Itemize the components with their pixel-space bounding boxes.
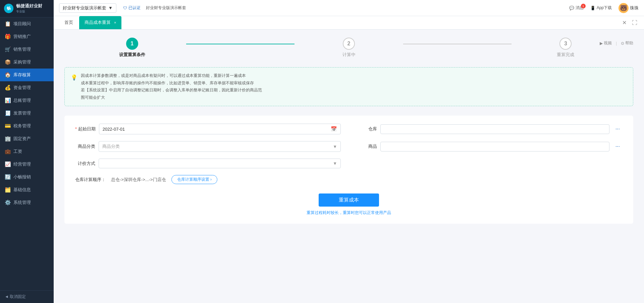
sidebar-label-general: 总账管理 bbox=[13, 97, 31, 103]
close-window-icon[interactable]: ✕ bbox=[621, 18, 628, 27]
user-name: 珠珠 bbox=[630, 5, 639, 11]
shield-icon: 🛡 bbox=[123, 6, 127, 10]
start-date-value[interactable] bbox=[103, 127, 329, 132]
tab-home-label: 首页 bbox=[64, 19, 73, 26]
info-box: 💡 因成本计算参数调整，或是对商品成本有疑问时，可以通过成本重算功能，重新计算一… bbox=[64, 67, 633, 106]
step-line-2 bbox=[403, 44, 512, 44]
sidebar-icon-inventory: 🏠 bbox=[5, 72, 11, 78]
pricing-field: 计价方式 ▼ bbox=[75, 159, 341, 168]
app-download-btn[interactable]: 📱 App下载 bbox=[590, 5, 612, 11]
phone-icon: 📱 bbox=[590, 6, 595, 10]
warehouse-order-btn-label: 仓库计算顺序设置 › bbox=[177, 177, 212, 182]
info-line2: 成本重算过程中，影响库存账的操作均不能操作，比如进货单、销货单、库存单据不能审核… bbox=[81, 80, 262, 87]
sidebar-item-sales[interactable]: 🛒销售管理 bbox=[0, 43, 54, 56]
pricing-chevron-icon: ▼ bbox=[333, 161, 337, 166]
sidebar-label-assets: 固定资产 bbox=[13, 136, 31, 142]
message-icon: 💬 bbox=[569, 6, 574, 10]
sidebar-item-assets[interactable]: 🏢固定资产 bbox=[0, 132, 54, 145]
sidebar-header: 畅 畅捷通好业财 专业版 bbox=[0, 0, 54, 17]
warehouse-order-value: 总仓->深圳仓库->...->门店仓 bbox=[111, 177, 166, 183]
sidebar-menu: 📋项目顾问🎁营销推广🛒销售管理📦采购管理🏠库存核算💰资金管理📊总账管理🧾发票管理… bbox=[0, 17, 54, 290]
step-3: 3 重算完成 bbox=[512, 38, 620, 58]
sidebar-item-finance[interactable]: 💰资金管理 bbox=[0, 81, 54, 94]
sidebar-label-marketing: 营销推广 bbox=[13, 34, 31, 40]
messages-btn[interactable]: 💬 消息 1 bbox=[569, 5, 584, 11]
step-line-1 bbox=[186, 44, 294, 44]
goods-input[interactable] bbox=[380, 142, 609, 152]
sidebar-icon-salary: 💼 bbox=[5, 148, 11, 155]
stepper: 1 设置重算条件 2 计算中 3 重算完成 ▶ 视频 | ⊙ 帮助 bbox=[64, 38, 633, 58]
sidebar-brand: 畅捷通好业财 专业版 bbox=[16, 3, 42, 14]
warehouse-ellipsis-btn[interactable]: ··· bbox=[613, 125, 623, 133]
info-line3: 若【系统设置】中启用了自动调整记账日期时，会调整入库单的整单记账日期，因此重新计… bbox=[81, 87, 262, 94]
goods-field: 商品 ··· bbox=[357, 142, 623, 152]
help-btn[interactable]: ⊙ 帮助 bbox=[621, 40, 633, 46]
step-2: 2 计算中 bbox=[294, 38, 403, 58]
sidebar-unpin[interactable]: ◄ 取消固定 bbox=[0, 290, 54, 303]
user-info[interactable]: 🐻 珠珠 bbox=[619, 3, 639, 13]
info-text: 因成本计算参数调整，或是对商品成本有疑问时，可以通过成本重算功能，重新计算一遍成… bbox=[81, 72, 262, 101]
form-section: 起始日期 📅 仓库 ··· 商品分类 bbox=[64, 116, 633, 224]
sidebar-item-purchase[interactable]: 📦采购管理 bbox=[0, 56, 54, 69]
step-2-label: 计算中 bbox=[342, 52, 356, 58]
dropdown-chevron-icon: ▼ bbox=[108, 5, 113, 10]
verified-label: 已认证 bbox=[128, 5, 141, 11]
avatar: 🐻 bbox=[619, 3, 629, 13]
sidebar-item-inventory[interactable]: 🏠库存核算 bbox=[0, 69, 54, 81]
calendar-icon[interactable]: 📅 bbox=[331, 126, 337, 132]
expand-icon[interactable]: ⛶ bbox=[631, 18, 639, 27]
step-1-circle: 1 bbox=[126, 38, 138, 50]
sidebar-icon-general: 📊 bbox=[5, 97, 11, 103]
sidebar-icon-sales: 🛒 bbox=[5, 46, 11, 52]
warehouse-field: 仓库 ··· bbox=[357, 124, 623, 134]
form-row-2: 商品分类 商品分类 ▼ 商品 ··· bbox=[75, 141, 623, 152]
sidebar-item-project[interactable]: 📋项目顾问 bbox=[0, 17, 54, 30]
logo-icon: 畅 bbox=[4, 4, 13, 13]
tab-cost-recalc-label: 商品成本重算 bbox=[85, 19, 111, 26]
sidebar-item-general[interactable]: 📊总账管理 bbox=[0, 94, 54, 107]
sidebar-item-ops[interactable]: 📈经营管理 bbox=[0, 158, 54, 171]
recalc-btn[interactable]: 重算成本 bbox=[319, 193, 379, 207]
sidebar-item-expense[interactable]: 🔄小畅报销 bbox=[0, 171, 54, 183]
notif-badge: 1 bbox=[581, 4, 586, 8]
start-date-input[interactable]: 📅 bbox=[99, 124, 341, 134]
goods-ellipsis-btn[interactable]: ··· bbox=[613, 142, 623, 151]
sidebar-icon-basic: 🗂️ bbox=[5, 187, 11, 193]
sidebar-label-project: 项目顾问 bbox=[13, 21, 31, 27]
form-row-1: 起始日期 📅 仓库 ··· bbox=[75, 124, 623, 134]
sidebar-label-ops: 经营管理 bbox=[13, 161, 31, 167]
warehouse-order-settings-btn[interactable]: 仓库计算顺序设置 › bbox=[171, 175, 217, 184]
step-1: 1 设置重算条件 bbox=[78, 38, 186, 58]
tabbar-actions: ✕ ⛶ bbox=[621, 16, 639, 29]
sidebar-item-basic[interactable]: 🗂️基础信息 bbox=[0, 183, 54, 196]
sidebar-item-tax[interactable]: 💳税务管理 bbox=[0, 120, 54, 132]
sidebar-icon-ops: 📈 bbox=[5, 161, 11, 167]
warehouse-input[interactable] bbox=[380, 124, 609, 134]
tab-cost-recalc[interactable]: 商品成本重算 × bbox=[79, 16, 121, 29]
sidebar-item-salary[interactable]: 💼工资 bbox=[0, 145, 54, 158]
unpin-label: ◄ 取消固定 bbox=[5, 294, 26, 300]
sidebar-item-marketing[interactable]: 🎁营销推广 bbox=[0, 30, 54, 43]
step-2-circle: 2 bbox=[343, 38, 355, 50]
step-3-label: 重算完成 bbox=[557, 52, 574, 58]
sidebar-item-invoice[interactable]: 🧾发票管理 bbox=[0, 107, 54, 120]
sidebar-label-basic: 基础信息 bbox=[13, 187, 31, 193]
category-select[interactable]: 商品分类 ▼ bbox=[99, 141, 341, 152]
tab-home[interactable]: 首页 bbox=[59, 16, 78, 29]
sidebar-label-system: 系统管理 bbox=[13, 200, 31, 206]
pricing-select[interactable]: ▼ bbox=[99, 159, 341, 168]
main-area: 好业财专业版演示帐套 ▼ 🛡 已认证 好业财专业版演示帐套 💬 消息 1 📱 A… bbox=[54, 0, 644, 303]
sidebar-item-system[interactable]: ⚙️系统管理 bbox=[0, 196, 54, 209]
topbar-right: 💬 消息 1 📱 App下载 🐻 珠珠 bbox=[569, 3, 639, 13]
sidebar-icon-expense: 🔄 bbox=[5, 174, 11, 180]
sidebar-title: 畅捷通好业财 bbox=[16, 3, 42, 9]
goods-value[interactable] bbox=[384, 144, 606, 149]
account-selector[interactable]: 好业财专业版演示帐套 ▼ bbox=[59, 3, 116, 13]
warehouse-label: 仓库 bbox=[357, 126, 377, 132]
category-label: 商品分类 bbox=[75, 143, 95, 149]
warehouse-value[interactable] bbox=[384, 127, 606, 132]
sidebar-icon-purchase: 📦 bbox=[5, 59, 11, 65]
sidebar-icon-assets: 🏢 bbox=[5, 136, 11, 142]
tab-close-icon[interactable]: × bbox=[114, 20, 116, 25]
category-chevron-icon: ▼ bbox=[333, 144, 337, 149]
